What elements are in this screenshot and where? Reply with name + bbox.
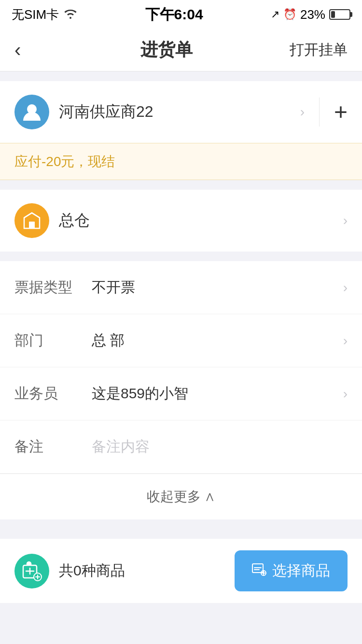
vertical-divider (319, 98, 320, 126)
select-btn-label: 选择商品 (272, 561, 330, 581)
supplier-row[interactable]: 河南供应商22 › + (0, 81, 362, 143)
section-gap-3 (0, 252, 362, 261)
invoice-type-value: 不开票 (92, 278, 343, 297)
department-label: 部门 (14, 331, 82, 350)
salesman-row[interactable]: 业务员 这是859的小智 › (0, 367, 362, 420)
select-product-button[interactable]: 选择商品 (235, 550, 348, 591)
supplier-actions: › + (300, 98, 348, 126)
status-bar-right: ↗ ⏰ 23% (271, 7, 350, 22)
remark-input[interactable]: 备注内容 (92, 437, 348, 457)
status-bar-left: 无SIM卡 (12, 6, 77, 23)
form-section: 票据类型 不开票 › 部门 总 部 › 业务员 这是859的小智 › 备注 备注… (0, 261, 362, 519)
back-button[interactable]: ‹ (14, 39, 43, 61)
supplier-name: 河南供应商22 (59, 101, 300, 123)
warehouse-row[interactable]: 总仓 › (0, 190, 362, 252)
select-btn-icon (252, 563, 266, 579)
warehouse-chevron-icon: › (343, 213, 348, 228)
supplier-chevron-icon: › (300, 104, 305, 120)
page-background (0, 603, 362, 644)
salesman-value: 这是859的小智 (92, 384, 343, 404)
supplier-avatar (14, 95, 49, 129)
warehouse-icon (14, 203, 49, 238)
wifi-icon (64, 7, 77, 22)
remark-row[interactable]: 备注 备注内容 (0, 420, 362, 474)
department-row[interactable]: 部门 总 部 › (0, 314, 362, 367)
collapse-row[interactable]: 收起更多 ∧ (0, 474, 362, 519)
bottom-bar: 共0种商品 选择商品 (0, 539, 362, 603)
svg-rect-1 (29, 222, 35, 228)
warehouse-section: 总仓 › (0, 190, 362, 252)
invoice-type-row[interactable]: 票据类型 不开票 › (0, 261, 362, 314)
warehouse-name: 总仓 (59, 210, 343, 231)
nav-bar: ‹ 进货单 打开挂单 (0, 29, 362, 71)
product-icon (14, 554, 49, 588)
invoice-type-chevron-icon: › (343, 280, 348, 295)
supplier-section: 河南供应商22 › + 应付-20元，现结 (0, 81, 362, 180)
invoice-type-label: 票据类型 (14, 278, 82, 297)
status-bar: 无SIM卡 下午6:04 ↗ ⏰ 23% (0, 0, 362, 29)
salesman-label: 业务员 (14, 384, 82, 404)
open-pending-button[interactable]: 打开挂单 (290, 40, 348, 60)
product-count: 共0种商品 (59, 561, 225, 581)
salesman-chevron-icon: › (343, 386, 348, 402)
alarm-icon: ⏰ (283, 8, 296, 21)
battery-percent: 23% (300, 7, 325, 22)
section-gap-1 (0, 71, 362, 81)
remark-label: 备注 (14, 437, 82, 457)
page-title: 进货单 (140, 38, 193, 62)
carrier-text: 无SIM卡 (12, 6, 59, 23)
battery-icon (329, 9, 350, 20)
location-icon: ↗ (271, 8, 279, 21)
add-supplier-button[interactable]: + (334, 100, 348, 124)
status-bar-time: 下午6:04 (145, 5, 203, 25)
notice-banner: 应付-20元，现结 (0, 143, 362, 180)
section-gap-2 (0, 180, 362, 190)
department-chevron-icon: › (343, 333, 348, 349)
department-value: 总 部 (92, 331, 343, 350)
section-gap-4 (0, 519, 362, 529)
collapse-text: 收起更多 ∧ (147, 488, 216, 506)
notice-text: 应付-20元，现结 (14, 154, 115, 169)
